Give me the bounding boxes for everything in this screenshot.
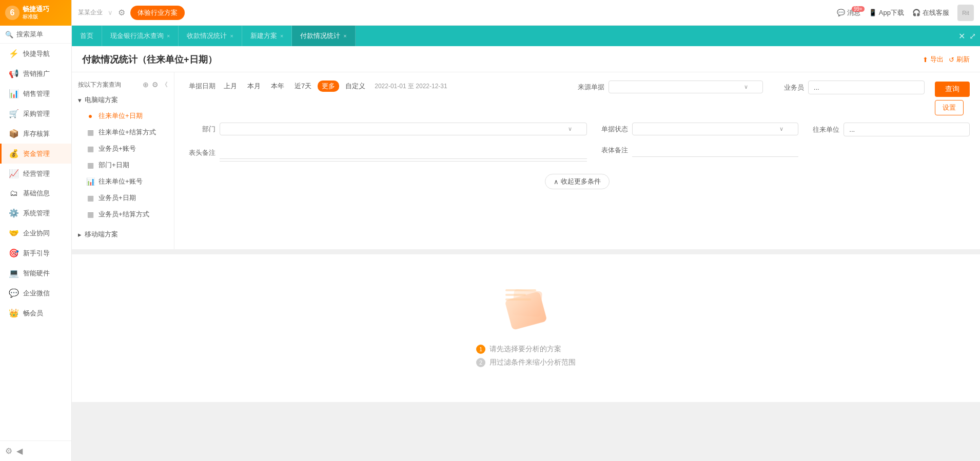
app-download-btn[interactable]: 📱 App下载: [869, 8, 904, 17]
refresh-btn[interactable]: ↺ 刷新: [949, 55, 970, 64]
sidebar-item-finance[interactable]: 💰 资金管理: [0, 144, 71, 164]
collapse-more-btn[interactable]: ∧ 收起更多条件: [545, 174, 610, 189]
date-tab-more[interactable]: 更多: [318, 81, 339, 92]
sidebar-item-marketing[interactable]: 📢 营销推广: [0, 64, 71, 84]
sidebar-item-member[interactable]: 👑 畅会员: [0, 303, 71, 323]
online-service-btn[interactable]: 🎧 在线客服: [912, 8, 949, 17]
date-tab-this-year[interactable]: 本年: [267, 81, 288, 92]
scheme-item-dept-date[interactable]: ▦ 部门+日期: [72, 157, 174, 173]
scheme-item-salesman-account[interactable]: ▦ 业务员+账号: [72, 141, 174, 157]
sidebar-item-sales[interactable]: 📊 销售管理: [0, 84, 71, 104]
date-tab-this-month[interactable]: 本月: [243, 81, 265, 92]
export-label: 导出: [930, 55, 944, 64]
collapse-row: ∧ 收起更多条件: [185, 169, 970, 194]
scheme-item-salesman-payment[interactable]: ▦ 业务员+结算方式: [72, 206, 174, 223]
tab-receipts[interactable]: 收款情况统计 ×: [179, 26, 242, 46]
tab-close-icon[interactable]: ×: [280, 33, 283, 39]
scheme-add-icon[interactable]: ⊕: [143, 81, 149, 89]
tab-cash-flow[interactable]: 现金银行流水查询 ×: [102, 26, 179, 46]
export-btn[interactable]: ⬆ 导出: [923, 55, 944, 64]
sidebar-item-tutorial[interactable]: 🎯 新手引导: [0, 243, 71, 263]
source-select[interactable]: ∨: [609, 81, 763, 93]
desktop-group-header[interactable]: ▾ 电脑端方案: [72, 92, 174, 108]
mobile-group-arrow: ▸: [78, 231, 82, 238]
sidebar-item-operation[interactable]: 📈 经营管理: [0, 164, 71, 184]
breadcrumb: 某某企业: [78, 8, 103, 17]
scheme-settings-icon[interactable]: ⚙: [152, 81, 159, 89]
scheme-item-icon: ▦: [86, 128, 94, 136]
messages-badge: 99+: [852, 6, 865, 12]
partner-select[interactable]: ...: [844, 123, 970, 136]
main-content: 某某企业 ∨ ⚙ 体验行业方案 💬 消息 99+ 📱 App下载 🎧 在线客服 …: [72, 0, 980, 461]
content: 付款情况统计（往来单位+日期） ⬆ 导出 ↺ 刷新 按以下方案查询 ⊕: [72, 46, 980, 461]
message-icon: 💬: [837, 9, 845, 16]
scheme-item-partner-payment[interactable]: ▦ 往来单位+结算方式: [72, 124, 174, 141]
date-tab-7days[interactable]: 近7天: [290, 81, 316, 92]
salesman-label: 业务员: [773, 83, 804, 92]
topbar-settings-icon[interactable]: ⚙: [118, 8, 125, 17]
query-btn[interactable]: 查询: [935, 82, 970, 97]
header-note-field: 表头备注: [185, 144, 587, 162]
status-select[interactable]: ∨: [632, 123, 798, 135]
sidebar-item-system[interactable]: ⚙️ 系统管理: [0, 203, 71, 223]
scheme-item-partner-date[interactable]: ● 往来单位+日期: [72, 108, 174, 124]
salesman-select[interactable]: ...: [808, 81, 925, 94]
sidebar-item-purchase[interactable]: 🛒 采购管理: [0, 104, 71, 124]
tab-close-icon[interactable]: ×: [343, 33, 346, 39]
header-note-input[interactable]: [220, 146, 587, 159]
partner-label: 往来单位: [809, 125, 839, 134]
messages-btn[interactable]: 💬 消息 99+: [837, 8, 860, 17]
sidebar-item-hardware[interactable]: 💻 智能硬件: [0, 263, 71, 283]
body-note-label: 表体备注: [597, 146, 628, 155]
sidebar-item-cooperation[interactable]: 🤝 企业协同: [0, 223, 71, 243]
desktop-group-title: 电脑端方案: [85, 95, 118, 105]
sidebar-footer: ⚙ ◀: [0, 440, 71, 461]
scheme-panel: 按以下方案查询 ⊕ ⚙ 《 ▾ 电脑端方案 ● 往来单位+日期: [72, 72, 174, 249]
sidebar-item-inventory[interactable]: 📦 库存核算: [0, 124, 71, 144]
service-icon: 🎧: [912, 9, 920, 16]
empty-line-2: [505, 294, 526, 296]
header-note-label: 表头备注: [185, 148, 215, 157]
scheme-item-label: 往来单位+日期: [99, 111, 143, 121]
tab-close-icon[interactable]: ×: [167, 33, 170, 39]
tab-label: 收款情况统计: [187, 31, 227, 41]
app-download-label: App下载: [879, 8, 904, 17]
dept-select[interactable]: ∨: [220, 123, 587, 135]
expand-icon[interactable]: ⤢: [969, 31, 976, 41]
search-menu[interactable]: 🔍 搜索菜单: [0, 26, 71, 44]
user-avatar[interactable]: Rit: [957, 5, 974, 21]
body-note-input[interactable]: [632, 144, 798, 157]
settings-btn[interactable]: 设置: [935, 100, 964, 115]
empty-state: 1 请先选择要分析的方案 2 用过滤条件来缩小分析范围: [72, 254, 980, 402]
sidebar-item-basic-info[interactable]: 🗂 基础信息: [0, 184, 71, 203]
sidebar-item-quick-nav[interactable]: ⚡ 快捷导航: [0, 44, 71, 64]
tab-payments[interactable]: 付款情况统计 ×: [292, 26, 355, 46]
collapse-sidebar-icon[interactable]: ◀: [16, 446, 23, 456]
empty-tips: 1 请先选择要分析的方案 2 用过滤条件来缩小分析范围: [476, 345, 576, 371]
scheme-item-salesman-date[interactable]: ▦ 业务员+日期: [72, 190, 174, 206]
settings-footer-icon[interactable]: ⚙: [5, 446, 12, 456]
mobile-group-title: 移动端方案: [85, 230, 118, 239]
scheme-item-partner-account[interactable]: 📊 往来单位+账号: [72, 173, 174, 190]
tab-home[interactable]: 首页: [72, 26, 102, 46]
date-tab-custom[interactable]: 自定义: [341, 81, 369, 92]
cooperation-icon: 🤝: [9, 228, 19, 238]
tab-label: 首页: [80, 31, 93, 41]
trial-btn[interactable]: 体验行业方案: [130, 6, 185, 20]
scheme-collapse-icon[interactable]: 《: [162, 81, 168, 89]
finance-icon: 💰: [9, 149, 19, 158]
sidebar-item-weixin[interactable]: 💬 企业微信: [0, 283, 71, 303]
mobile-group-header[interactable]: ▸ 移动端方案: [72, 227, 174, 242]
sidebar-item-label: 智能硬件: [23, 269, 50, 278]
page-title: 付款情况统计（往来单位+日期）: [82, 53, 217, 72]
tabbar-actions: ✕ ⤢: [954, 26, 980, 46]
status-label: 单据状态: [597, 125, 628, 134]
close-all-tabs-icon[interactable]: ✕: [958, 31, 965, 41]
empty-tip-1: 1 请先选择要分析的方案: [476, 345, 576, 354]
refresh-label: 刷新: [956, 55, 970, 64]
tab-close-icon[interactable]: ×: [230, 33, 233, 39]
tab-new-scheme[interactable]: 新建方案 ×: [242, 26, 292, 46]
date-tab-last-month[interactable]: 上月: [220, 81, 241, 92]
date-range-display: 2022-01-01 至 2022-12-31: [375, 82, 447, 91]
scheme-actions: ⊕ ⚙ 《: [143, 81, 168, 89]
